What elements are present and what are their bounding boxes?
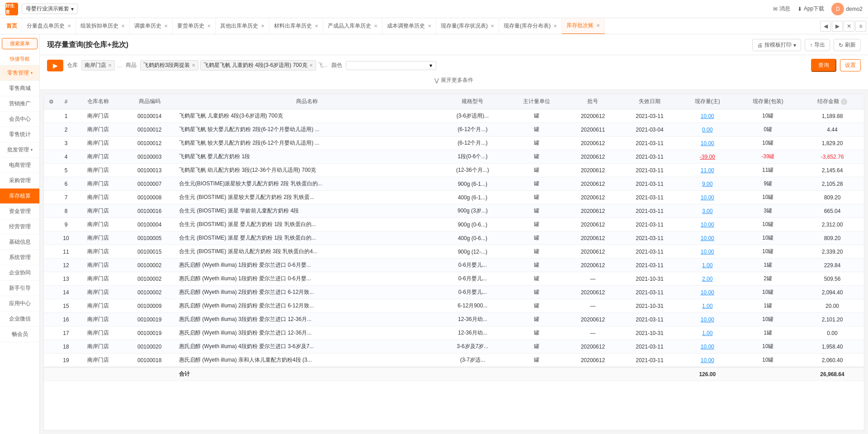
sidebar-item-xinshou[interactable]: 新手引导 xyxy=(0,281,39,296)
cell-qty-main[interactable]: 2.00 xyxy=(679,272,735,286)
color-selector[interactable]: ▾ xyxy=(346,61,436,70)
tab-close-icon[interactable]: ✕ xyxy=(207,24,211,28)
export-btn[interactable]: ↑ 导出 xyxy=(805,39,830,51)
tab-home[interactable]: 首页 xyxy=(2,18,22,34)
balance-info-icon[interactable]: i xyxy=(841,99,847,105)
tab-zu-he[interactable]: 组装拆卸单历史 ✕ xyxy=(76,18,130,34)
cell-qty-main[interactable]: 11.00 xyxy=(679,164,735,177)
tab-tiao-bo[interactable]: 调拨单历史 ✕ xyxy=(130,18,173,34)
tab-close-icon[interactable]: ✕ xyxy=(67,24,71,28)
refresh-btn[interactable]: ↻ 刷新 xyxy=(834,39,861,51)
cell-warehouse: 南岸门店 xyxy=(74,299,123,313)
sidebar-item-jichu[interactable]: 基础信息 xyxy=(0,235,39,250)
cell-qty-main[interactable]: 1.00 xyxy=(679,299,735,313)
tab-close-icon[interactable]: ✕ xyxy=(596,23,600,28)
cell-qty-main[interactable]: 3.00 xyxy=(679,204,735,218)
tab-xian-cun-zhuang[interactable]: 现存量(库存状况表) ✕ xyxy=(436,18,499,34)
cell-qty-pack: 10罐 xyxy=(735,354,801,368)
cell-spec: (12-36个月...) xyxy=(438,164,507,177)
tab-fen-pan[interactable]: 分量盘点单历史 ✕ xyxy=(22,18,76,34)
message-btn[interactable]: ✉ 消息 xyxy=(773,5,790,13)
cell-qty-main[interactable]: 0.00 xyxy=(679,123,735,137)
tab-prev-btn[interactable]: ◀ xyxy=(820,21,831,32)
tab-close-icon[interactable]: ✕ xyxy=(164,24,168,28)
tab-yao-huo[interactable]: 要货单历史 ✕ xyxy=(173,18,216,34)
cell-qty-pack: 10罐 xyxy=(735,231,801,245)
tab-cai-liao[interactable]: 材料出库单历史 ✕ xyxy=(269,18,323,34)
filter-row-1: ▶ 仓库 南岸门店 ✕ … 商品 飞鹤奶粉3段两提装 ✕ xyxy=(47,59,861,72)
logo-icon: 好生意 xyxy=(5,3,18,15)
sidebar-item-xitong[interactable]: 系统管理 xyxy=(0,250,39,265)
filter-expand-btn[interactable]: ▶ xyxy=(47,60,63,71)
tab-close-icon[interactable]: ✕ xyxy=(121,24,125,28)
tab-menu-btn[interactable]: ≡ xyxy=(855,21,866,32)
cell-qty-main[interactable]: 10.00 xyxy=(679,354,735,368)
app-download-btn[interactable]: ⬇ App下载 xyxy=(797,5,824,13)
warehouse-tags: 南岸门店 ✕ … xyxy=(81,60,122,71)
sidebar-item-dianshang[interactable]: 电商管理 xyxy=(0,158,39,173)
sidebar-item-lingshou[interactable]: 零售管理 ▾ xyxy=(0,66,39,81)
search-menu-btn[interactable]: 搜索菜单 xyxy=(2,38,38,49)
sidebar-item-lingshouting[interactable]: 零售统计 xyxy=(0,127,39,142)
cell-expire: 2021-03-11 xyxy=(620,204,680,218)
warehouse-more[interactable]: … xyxy=(117,62,122,69)
cell-qty-main[interactable]: 10.00 xyxy=(679,137,735,150)
tab-next-btn[interactable]: ▶ xyxy=(832,21,843,32)
cell-qty-main[interactable]: -39.00 xyxy=(679,150,735,164)
tab-close-icon[interactable]: ✕ xyxy=(553,24,557,28)
sidebar-item-yingyong[interactable]: 应用中心 xyxy=(0,296,39,311)
cell-qty-main[interactable]: 10.00 xyxy=(679,109,735,123)
col-settings[interactable]: ⚙ xyxy=(44,94,58,109)
sidebar-item-qiyewei[interactable]: 企业微信 xyxy=(0,311,39,327)
tab-close-icon[interactable]: ✕ xyxy=(315,24,318,28)
sidebar-item-jingying[interactable]: 经营管理 xyxy=(0,219,39,235)
sidebar-item-qiye[interactable]: 企业协同 xyxy=(0,265,39,281)
sidebar-item-zijin[interactable]: 资金管理 xyxy=(0,204,39,219)
cell-batch: 20200612 xyxy=(566,204,619,218)
cell-qty-main[interactable]: 10.00 xyxy=(679,340,735,354)
tab-close-icon[interactable]: ✕ xyxy=(491,24,494,28)
user-avatar[interactable]: D demo2 xyxy=(831,3,863,15)
print-btn[interactable]: 🖨 按模板打印 ▾ xyxy=(752,39,801,51)
settings-button[interactable]: 设置 xyxy=(840,59,861,71)
tab-close-icon[interactable]: ✕ xyxy=(261,24,264,28)
sidebar-item-lingshougshang[interactable]: 零售商城 xyxy=(0,81,39,96)
product-tag-1-close[interactable]: ✕ xyxy=(192,63,195,68)
sidebar-item-kucun[interactable]: 库存核算 xyxy=(0,189,39,204)
tab-cheng-ben[interactable]: 成本调整单历史 ✕ xyxy=(382,18,436,34)
tab-qi-ta-chu[interactable]: 其他出库单历史 ✕ xyxy=(216,18,269,34)
cell-qty-main[interactable]: 10.00 xyxy=(679,231,735,245)
expand-conditions-btn[interactable]: ⋁ 展开更多条件 xyxy=(47,75,861,86)
sidebar-item-changhui[interactable]: 畅会员 xyxy=(0,327,39,342)
tab-chan-pin[interactable]: 产成品入库单历史 ✕ xyxy=(323,18,382,34)
cell-qty-main[interactable]: 9.00 xyxy=(679,177,735,191)
product-more[interactable]: 飞... xyxy=(318,61,328,69)
settings-icon[interactable]: ⚙ xyxy=(49,99,54,105)
quick-nav-btn[interactable]: 快捷导航 xyxy=(0,53,39,66)
cell-qty-main[interactable]: 1.00 xyxy=(679,259,735,272)
sidebar-item-pifa[interactable]: 批发管理 ▾ xyxy=(0,142,39,158)
col-balance: 结存金额 i xyxy=(801,94,864,109)
tab-close-current-btn[interactable]: ✕ xyxy=(844,21,854,32)
org-selector[interactable]: 母婴行业演示账套 ▾ xyxy=(22,4,78,14)
sidebar-item-huiyuan[interactable]: 会员中心 xyxy=(0,112,39,127)
cell-qty-main[interactable]: 10.00 xyxy=(679,218,735,231)
cell-batch: 20200612 xyxy=(566,218,619,231)
cell-qty-main[interactable]: 10.00 xyxy=(679,313,735,326)
cell-batch: 20200612 xyxy=(566,354,619,368)
cell-qty-main[interactable]: 10.00 xyxy=(679,286,735,299)
warehouse-tag-close[interactable]: ✕ xyxy=(108,63,112,68)
cell-qty-main[interactable]: 10.00 xyxy=(679,245,735,259)
table-row: 12 南岸门店 00100002 惠氏启醇 (Wyeth illuma) 1段奶… xyxy=(44,259,864,272)
cell-qty-pack: -39罐 xyxy=(735,150,801,164)
sidebar-item-caigou[interactable]: 采购管理 xyxy=(0,173,39,189)
product-tag-2-close[interactable]: ✕ xyxy=(309,63,313,68)
sidebar-item-yingxiao[interactable]: 营销推广 xyxy=(0,96,39,112)
tab-close-icon[interactable]: ✕ xyxy=(374,24,377,28)
cell-qty-main[interactable]: 10.00 xyxy=(679,191,735,204)
query-button[interactable]: 查询 xyxy=(811,59,836,72)
tab-close-icon[interactable]: ✕ xyxy=(428,24,431,28)
tab-pi-ci[interactable]: 库存批次账 ✕ xyxy=(562,18,605,34)
tab-xian-cun-fen[interactable]: 现存量(库存分布表) ✕ xyxy=(499,18,562,34)
cell-qty-main[interactable]: 1.00 xyxy=(679,326,735,340)
